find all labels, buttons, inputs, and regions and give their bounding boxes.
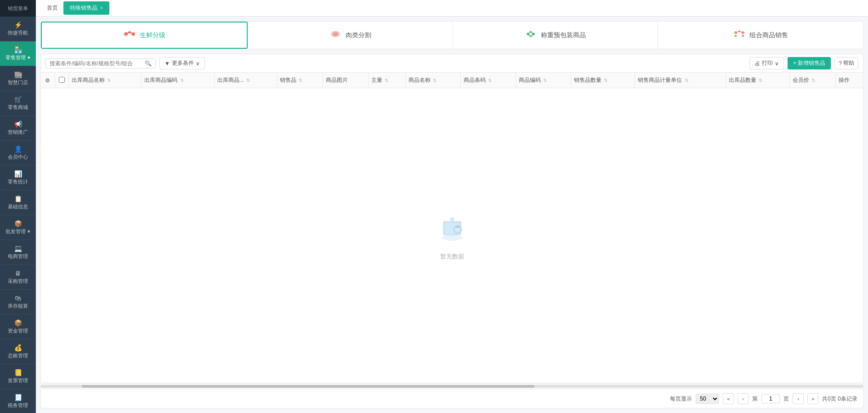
sidebar-item-quick-nav[interactable]: ⚡ 快捷导航 bbox=[0, 17, 36, 41]
sort-icon: ⇅ bbox=[759, 78, 762, 83]
col-out-product-x[interactable]: 出库商品... ⇅ bbox=[214, 73, 277, 88]
sidebar-item-label: 总账管理 bbox=[8, 352, 28, 359]
sales-promo-icon: 📢 bbox=[14, 120, 22, 128]
inventory-icon: 📦 bbox=[14, 319, 22, 327]
pagination-bar: 每页显示 50 100 200 « ‹ 第 页 › » 共0页 0条记录 bbox=[40, 390, 863, 408]
cat-tab-fresh-grading[interactable]: 生鲜分级 bbox=[41, 22, 248, 49]
new-product-button[interactable]: + 新增销售品 bbox=[788, 57, 831, 69]
invoice-mgmt-icon: 🧾 bbox=[14, 394, 22, 401]
retail-mall-icon: 🛒 bbox=[14, 96, 22, 103]
col-sales-qty[interactable]: 销售品数量 ⇅ bbox=[571, 73, 635, 88]
table-wrapper: ⚙ 出库商品名称 ⇅ 出库商品编码 ⇅ 出库商品 bbox=[40, 72, 863, 383]
cat-tab-weight-prepack[interactable]: 称重预包装商品 bbox=[453, 22, 658, 49]
empty-state: 暂无数据 bbox=[41, 88, 863, 383]
ledger-mgmt-icon: 📒 bbox=[14, 369, 22, 376]
table-header-row: ⚙ 出库商品名称 ⇅ 出库商品编码 ⇅ 出库商品 bbox=[41, 73, 863, 88]
col-product-image[interactable]: 商品图片 bbox=[323, 73, 368, 88]
toolbar-right: 🖨 打印 ∨ + 新增销售品 ? 帮助 bbox=[749, 57, 858, 69]
prev-page-button[interactable]: ‹ bbox=[738, 393, 749, 404]
sidebar-item-purchase-mgmt[interactable]: 🛍 库存核算 bbox=[0, 290, 36, 315]
sidebar-item-ecom-mgmt[interactable]: 🖥 采购管理 bbox=[0, 265, 36, 290]
sidebar-item-label: 快捷导航 bbox=[8, 29, 28, 36]
sort-icon: ⇅ bbox=[385, 78, 388, 83]
col-settings[interactable]: ⚙ bbox=[41, 73, 55, 88]
per-page-select[interactable]: 50 100 200 bbox=[696, 394, 719, 404]
header-tabs: 首页 特殊销售品 × bbox=[36, 0, 868, 17]
weight-prepack-icon bbox=[524, 29, 537, 41]
sidebar-item-label: 采购管理 bbox=[8, 278, 28, 285]
sidebar-item-member-center[interactable]: 👤 会员中心 bbox=[0, 141, 36, 166]
col-out-product-name[interactable]: 出库商品名称 ⇅ bbox=[68, 73, 142, 88]
sidebar-item-label: 零售管理 ▾ bbox=[6, 54, 30, 61]
sort-icon: ⇅ bbox=[246, 78, 250, 83]
close-icon[interactable]: × bbox=[100, 6, 103, 11]
total-text: 共0页 0条记录 bbox=[822, 395, 857, 403]
last-page-button[interactable]: » bbox=[807, 393, 818, 404]
tab-home[interactable]: 首页 bbox=[41, 0, 63, 16]
sort-icon: ⇅ bbox=[433, 78, 437, 83]
next-page-button[interactable]: › bbox=[793, 393, 804, 404]
col-out-product-code[interactable]: 出库商品编码 ⇅ bbox=[142, 73, 215, 88]
col-product-name[interactable]: 商品名称 ⇅ bbox=[406, 73, 461, 88]
sort-icon: ⇅ bbox=[299, 78, 302, 83]
sidebar-item-label: 基础信息 bbox=[8, 203, 28, 210]
horizontal-scrollbar[interactable] bbox=[40, 385, 863, 388]
sidebar-item-smart-store[interactable]: 🏬 智慧门店 bbox=[0, 66, 36, 91]
col-product-barcode[interactable]: 商品条码 ⇅ bbox=[461, 73, 516, 88]
sidebar-item-basic-info[interactable]: 📋 基础信息 bbox=[0, 190, 36, 215]
sidebar-item-retail-stats[interactable]: 📊 零售统计 bbox=[0, 166, 36, 190]
filter-button[interactable]: ▼ 更多条件 ∨ bbox=[159, 57, 205, 69]
toolbar: 🔍 ▼ 更多条件 ∨ 🖨 打印 ∨ + 新增销售品 ? bbox=[40, 54, 863, 72]
col-product-code[interactable]: 商品编码 ⇅ bbox=[516, 73, 571, 88]
col-out-qty[interactable]: 出库品数量 ⇅ bbox=[726, 73, 789, 88]
print-icon: 🖨 bbox=[755, 60, 760, 67]
page-number-input[interactable] bbox=[761, 394, 780, 403]
search-icon: 🔍 bbox=[145, 60, 152, 67]
print-button[interactable]: 🖨 打印 ∨ bbox=[749, 57, 784, 69]
sidebar-item-retail-mall[interactable]: 🛒 零售商城 bbox=[0, 91, 36, 116]
col-member-price[interactable]: 会员价 ⇅ bbox=[789, 73, 836, 88]
empty-icon bbox=[434, 210, 471, 247]
scroll-thumb[interactable] bbox=[82, 385, 534, 388]
sidebar-item-ledger-mgmt[interactable]: 📒 发票管理 bbox=[0, 364, 36, 389]
col-operation: 操作 bbox=[836, 73, 863, 88]
sidebar-item-label: 批发管理 ▾ bbox=[6, 228, 30, 235]
tab-special-sales[interactable]: 特殊销售品 × bbox=[63, 1, 109, 15]
sidebar-item-sales-promo[interactable]: 📢 营销推广 bbox=[0, 116, 36, 141]
toolbar-left: 🔍 ▼ 更多条件 ∨ bbox=[45, 57, 205, 69]
per-page-label: 每页显示 bbox=[670, 395, 692, 403]
cat-tab-meat-cutting[interactable]: 肉类分割 bbox=[248, 22, 453, 49]
sidebar-item-label: 智慧门店 bbox=[8, 79, 28, 86]
select-all-checkbox[interactable] bbox=[59, 77, 65, 83]
col-checkbox[interactable] bbox=[55, 73, 68, 88]
search-input[interactable] bbox=[50, 60, 145, 67]
sidebar-item-label: 零售统计 bbox=[8, 178, 28, 185]
search-box[interactable]: 🔍 bbox=[45, 58, 156, 69]
content-area: 生鲜分级 肉类分割 bbox=[36, 17, 868, 413]
filter-icon: ▼ bbox=[165, 60, 170, 67]
help-button[interactable]: ? 帮助 bbox=[834, 57, 858, 69]
sidebar-item-label: 电商管理 bbox=[8, 253, 28, 260]
sidebar-item-invoice-mgmt[interactable]: 🧾 税务管理 bbox=[0, 389, 36, 413]
page-label-before: 第 bbox=[752, 395, 758, 403]
sidebar-item-finance-mgmt[interactable]: 💰 总账管理 bbox=[0, 339, 36, 364]
chevron-down-icon: ∨ bbox=[196, 60, 200, 67]
sort-icon: ⇅ bbox=[107, 78, 111, 83]
sidebar-item-label: 零售商城 bbox=[8, 104, 28, 111]
main-content: 首页 特殊销售品 × 生鲜分级 bbox=[36, 0, 868, 413]
cat-tab-combo-sales[interactable]: 组合商品销售 bbox=[658, 22, 863, 49]
sidebar-item-inventory[interactable]: 📦 资金管理 bbox=[0, 315, 36, 339]
col-weight[interactable]: 主量 ⇅ bbox=[368, 73, 405, 88]
sidebar-item-retail-mgmt[interactable]: 🏪 零售管理 ▾ bbox=[0, 41, 36, 66]
meat-cutting-icon bbox=[329, 29, 342, 41]
combo-sales-icon bbox=[733, 29, 746, 41]
col-sales-product[interactable]: 销售品 ⇅ bbox=[277, 73, 323, 88]
tab-label: 特殊销售品 bbox=[70, 4, 97, 12]
wholesale-mgmt-icon: 📦 bbox=[14, 220, 22, 227]
page-label-after: 页 bbox=[783, 395, 789, 403]
cat-tab-label: 称重预包装商品 bbox=[541, 31, 586, 40]
col-sales-unit[interactable]: 销售商品计量单位 ⇅ bbox=[635, 73, 726, 88]
sidebar-item-mini-ecom[interactable]: 💻 电商管理 bbox=[0, 240, 36, 265]
first-page-button[interactable]: « bbox=[723, 393, 734, 404]
sidebar-item-wholesale-mgmt[interactable]: 📦 批发管理 ▾ bbox=[0, 215, 36, 240]
